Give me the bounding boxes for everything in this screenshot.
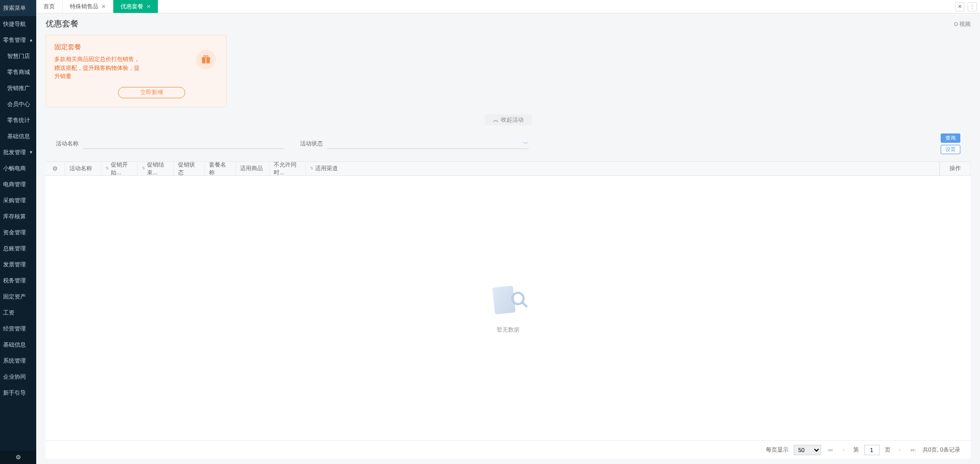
- collapse-button[interactable]: ︽ 收起活动: [485, 114, 532, 125]
- sidebar-fund[interactable]: 资金管理: [0, 224, 36, 241]
- sidebar: 搜索菜单 快捷导航 零售管理▲ 智慧门店 零售商城 营销推广 会员中心 零售统计…: [0, 0, 36, 464]
- sort-icon: ⇅: [142, 166, 145, 171]
- close-icon[interactable]: ✕: [101, 4, 106, 9]
- tabs-close-all[interactable]: ✕: [955, 2, 964, 11]
- sidebar-tax[interactable]: 税务管理: [0, 273, 36, 289]
- per-page-label: 每页显示: [766, 446, 789, 454]
- sidebar-system[interactable]: 系统管理: [0, 353, 36, 369]
- sidebar-sub-smartstore[interactable]: 智慧门店: [0, 48, 36, 64]
- page-title: 优惠套餐: [46, 19, 79, 29]
- main: 首页 特殊销售品 ✕ 优惠套餐 ✕ ✕ ⋮ 优惠套餐 ⊙ 视频 固定套餐 多款相…: [36, 0, 980, 464]
- th-channel[interactable]: ⇅适用渠道: [306, 162, 940, 175]
- sidebar-basic2[interactable]: 基础信息: [0, 337, 36, 353]
- tabs: 首页 特殊销售品 ✕ 优惠套餐 ✕ ✕ ⋮: [36, 0, 980, 13]
- svg-rect-2: [205, 57, 206, 64]
- page-header: 优惠套餐 ⊙ 视频: [36, 13, 980, 35]
- gear-icon: ⚙: [52, 165, 58, 172]
- table: ⚙ 活动名称 ⇅促销开始... ⇅促销结束... 促销状态 套餐名称 适用商品 …: [46, 161, 971, 441]
- chevron-down-icon: ﹀: [523, 140, 529, 147]
- promo-card: 固定套餐 多款相关商品固定总价打包销售，赠送搭配，提升顾客购物体验，提升销量 立…: [46, 35, 227, 107]
- query-button[interactable]: 查询: [941, 133, 960, 143]
- filter-status: 活动状态 ﹀: [300, 139, 529, 149]
- per-page-select[interactable]: 50: [794, 445, 821, 455]
- page-input[interactable]: [864, 445, 880, 455]
- sidebar-invoice[interactable]: 发票管理: [0, 257, 36, 273]
- page-next[interactable]: ›: [896, 446, 904, 454]
- empty-text: 暂无数据: [497, 326, 519, 334]
- promo-title: 固定套餐: [54, 42, 218, 52]
- promo-desc: 多款相关商品固定总价打包销售，赠送搭配，提升顾客购物体验，提升销量: [54, 55, 142, 81]
- close-icon[interactable]: ✕: [146, 4, 151, 9]
- filter-status-select[interactable]: ﹀: [327, 139, 529, 149]
- page-label-right: 页: [885, 446, 890, 454]
- sidebar-purchase[interactable]: 采购管理: [0, 192, 36, 208]
- th-op: 操作: [940, 162, 971, 175]
- play-icon: ⊙: [954, 21, 958, 27]
- sidebar-sub-stats[interactable]: 零售统计: [0, 112, 36, 128]
- sidebar-operation[interactable]: 经营管理: [0, 321, 36, 337]
- tab-home[interactable]: 首页: [36, 0, 63, 13]
- th-status[interactable]: 促销状态: [174, 162, 205, 175]
- gift-icon: [196, 50, 216, 69]
- filter-name-label: 活动名称: [56, 140, 79, 147]
- th-end[interactable]: ⇅促销结束...: [138, 162, 174, 175]
- filter-name-input[interactable]: [83, 139, 285, 149]
- empty-illustration: [487, 282, 529, 319]
- svg-point-4: [206, 55, 209, 57]
- th-notallow[interactable]: 不允许同时...: [270, 162, 306, 175]
- page-first[interactable]: ⏮: [826, 446, 835, 454]
- sidebar-ecommerce[interactable]: 电商管理: [0, 176, 36, 192]
- video-link[interactable]: ⊙ 视频: [954, 20, 971, 28]
- sidebar-ledger[interactable]: 总账管理: [0, 241, 36, 257]
- filter-buttons: 查询 设置: [941, 133, 960, 154]
- tabs-more[interactable]: ⋮: [968, 2, 977, 11]
- th-goods[interactable]: 适用商品: [236, 162, 270, 175]
- sidebar-xiaochang[interactable]: 小畅电商: [0, 160, 36, 176]
- sidebar-wholesale[interactable]: 批发管理▼: [0, 144, 36, 160]
- sidebar-guide[interactable]: 新手引导: [0, 385, 36, 401]
- th-combo[interactable]: 套餐名称: [205, 162, 236, 175]
- page-summary: 共0页, 0条记录: [923, 446, 960, 454]
- sidebar-sub-basic[interactable]: 基础信息: [0, 128, 36, 144]
- sidebar-sub-mall[interactable]: 零售商城: [0, 64, 36, 80]
- page-label-left: 第: [853, 446, 859, 454]
- th-start[interactable]: ⇅促销开始...: [101, 162, 138, 175]
- empty-state: 暂无数据: [46, 176, 971, 441]
- filter-name: 活动名称: [56, 139, 285, 149]
- sidebar-assets[interactable]: 固定资产: [0, 289, 36, 305]
- sidebar-retail[interactable]: 零售管理▲: [0, 32, 36, 48]
- tab-special[interactable]: 特殊销售品 ✕: [63, 0, 113, 13]
- tabs-right: ✕ ⋮: [955, 0, 980, 13]
- th-name[interactable]: 活动名称: [65, 162, 101, 175]
- pager: 每页显示 50 ⏮ ‹ 第 页 › ⏭ 共0页, 0条记录: [46, 440, 971, 459]
- sort-icon: ⇅: [310, 166, 314, 171]
- sidebar-search[interactable]: 搜索菜单: [0, 0, 36, 16]
- sort-icon: ⇅: [106, 166, 109, 171]
- sidebar-salary[interactable]: 工资: [0, 305, 36, 321]
- chevron-down-icon: ▼: [29, 150, 33, 155]
- chevron-up-icon: ▲: [29, 38, 33, 42]
- page-prev[interactable]: ‹: [840, 446, 848, 454]
- table-header: ⚙ 活动名称 ⇅促销开始... ⇅促销结束... 促销状态 套餐名称 适用商品 …: [46, 161, 971, 176]
- tab-combo[interactable]: 优惠套餐 ✕: [113, 0, 158, 13]
- promo-create-button[interactable]: 立即新增: [118, 87, 185, 98]
- sidebar-sub-member[interactable]: 会员中心: [0, 96, 36, 112]
- sidebar-quicknav[interactable]: 快捷导航: [0, 16, 36, 32]
- page-last[interactable]: ⏭: [909, 446, 917, 454]
- content: 固定套餐 多款相关商品固定总价打包销售，赠送搭配，提升顾客购物体验，提升销量 立…: [36, 35, 980, 464]
- svg-point-3: [204, 55, 206, 57]
- filter-status-label: 活动状态: [300, 140, 323, 147]
- table-col-settings[interactable]: ⚙: [46, 162, 65, 175]
- sidebar-inventory[interactable]: 库存核算: [0, 208, 36, 224]
- sidebar-settings[interactable]: ⚙: [0, 451, 36, 464]
- filters: 活动名称 活动状态 ﹀ 查询 设置: [46, 130, 971, 161]
- collapse-bar: ︽ 收起活动: [485, 114, 532, 125]
- gear-icon: ⚙: [16, 454, 21, 461]
- double-chevron-up-icon: ︽: [493, 116, 499, 124]
- sidebar-sub-marketing[interactable]: 营销推广: [0, 80, 36, 96]
- sidebar-enterprise[interactable]: 企业协同: [0, 369, 36, 385]
- settings-button[interactable]: 设置: [941, 145, 960, 154]
